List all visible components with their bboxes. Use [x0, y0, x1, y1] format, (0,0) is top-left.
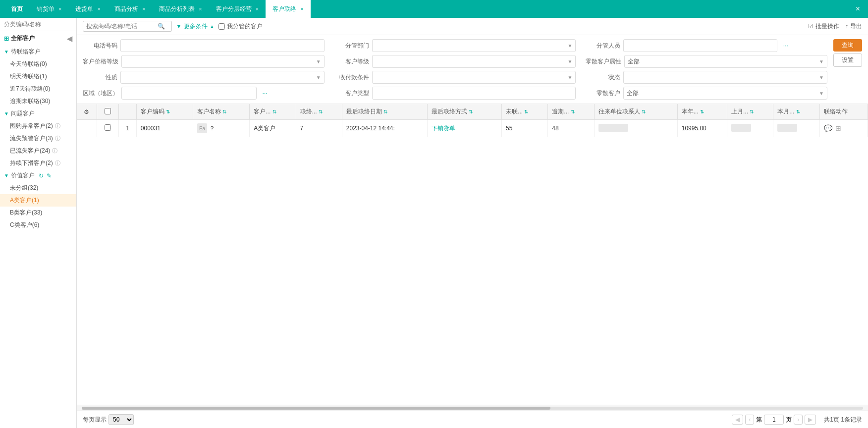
sidebar-collapse-icon[interactable]: ◀	[67, 35, 72, 43]
th-customer-type[interactable]: 客户... ⇅	[250, 104, 296, 120]
th-unit-contacts[interactable]: 往来单位联系人 ⇅	[594, 104, 677, 120]
settings-button[interactable]: 设置	[833, 54, 862, 67]
query-button[interactable]: 查询	[833, 39, 862, 52]
th-no-contact[interactable]: 未联... ⇅	[502, 104, 548, 120]
row-check[interactable]	[105, 124, 111, 131]
sidebar-item-class-c[interactable]: C类客户(6)	[0, 219, 76, 231]
filter-status-select[interactable]: ▼	[623, 71, 827, 84]
refresh-value-icon[interactable]: ↻	[39, 172, 44, 179]
row-last-contact-method[interactable]: 下销货单	[427, 120, 501, 137]
sort-code-icon[interactable]: ⇅	[166, 109, 170, 114]
next-page-button[interactable]: ›	[794, 415, 803, 425]
nav-customer-tier[interactable]: 客户分层经营 ×	[209, 0, 266, 18]
more-action-icon[interactable]: ⊞	[835, 124, 841, 132]
th-last-month[interactable]: 上月... ⇅	[727, 104, 773, 120]
sidebar-item-class-a[interactable]: A类客户(1)	[0, 194, 76, 207]
nav-purchase[interactable]: 进货单 ×	[68, 0, 107, 18]
sort-unit-icon[interactable]: ⇅	[642, 109, 646, 114]
sidebar-item-hoarding[interactable]: 囤购异常客户(2) ⓘ	[0, 120, 76, 132]
th-customer-code[interactable]: 客户编码 ⇅	[136, 104, 193, 120]
sort-date-icon[interactable]: ⇅	[383, 109, 387, 114]
sidebar-item-declining[interactable]: 持续下滑客户(2) ⓘ	[0, 157, 76, 169]
sidebar-item-lost[interactable]: 已流失客户(24) ⓘ	[0, 145, 76, 157]
my-customers-checkbox[interactable]: 我分管的客户	[218, 22, 263, 31]
my-customers-check[interactable]	[218, 23, 225, 30]
th-overdue[interactable]: 逾期... ⇅	[548, 104, 594, 120]
sort-last-month-icon[interactable]: ⇅	[750, 109, 754, 114]
table-gear-icon[interactable]: ⚙	[84, 108, 89, 115]
th-this-month[interactable]: 本月... ⇅	[773, 104, 819, 120]
filter-dept-select[interactable]: ▼	[372, 39, 576, 52]
filter-payment-select[interactable]: ▼	[372, 71, 576, 84]
sort-year-icon[interactable]: ⇅	[700, 109, 704, 114]
close-sales-icon[interactable]: ×	[58, 6, 61, 12]
row-checkbox[interactable]	[97, 120, 119, 137]
th-this-year[interactable]: 本年... ⇅	[677, 104, 727, 120]
sidebar-item-today-pending[interactable]: 今天待联络(0)	[0, 58, 76, 70]
th-last-contact-method[interactable]: 最后联络方式 ⇅	[427, 104, 501, 120]
sidebar-search-input[interactable]	[4, 21, 77, 28]
edit-value-icon[interactable]: ✎	[47, 172, 52, 179]
scrollbar-track[interactable]	[82, 407, 863, 410]
sort-this-month-icon[interactable]: ⇅	[796, 109, 800, 114]
filter-nature-select[interactable]: ▼	[120, 71, 325, 84]
filter-price-select[interactable]: ▼	[121, 55, 325, 68]
sidebar-item-overdue-contact[interactable]: 逾期未联络(30)	[0, 95, 76, 107]
nav-customer-contact[interactable]: 客户联络 ×	[266, 0, 310, 18]
search-icon[interactable]: 🔍	[158, 23, 165, 30]
person-more-icon[interactable]: ···	[780, 42, 791, 49]
th-last-contact-date[interactable]: 最后联络日期 ⇅	[342, 104, 427, 120]
page-input[interactable]	[764, 415, 784, 425]
region-more-icon[interactable]: ···	[260, 90, 271, 97]
sort-contact-icon[interactable]: ⇅	[319, 109, 323, 114]
filter-region-input[interactable]	[121, 87, 257, 100]
last-page-button[interactable]: ▶	[805, 415, 816, 425]
close-purchase-icon[interactable]: ×	[97, 6, 100, 12]
th-contact[interactable]: 联络... ⇅	[296, 104, 342, 120]
sidebar-group-pending[interactable]: ▼ 待联络客户	[0, 46, 76, 58]
close-all-tabs-button[interactable]: ×	[852, 4, 864, 13]
sidebar-item-week-pending[interactable]: 近7天待联络(0)	[0, 83, 76, 95]
search-input[interactable]	[86, 23, 156, 30]
th-checkbox[interactable]	[97, 104, 119, 120]
nav-goods-list[interactable]: 商品分析列表 ×	[152, 0, 209, 18]
sidebar-item-churn-warning[interactable]: 流失预警客户(3) ⓘ	[0, 132, 76, 145]
close-customer-tier-icon[interactable]: ×	[256, 6, 259, 12]
all-customers-header[interactable]: ⊞ 全部客户 ◀	[0, 31, 76, 46]
filter-retail-select[interactable]: 全部 ▼	[623, 87, 827, 100]
sort-type-icon[interactable]: ⇅	[272, 109, 276, 114]
close-goods-analysis-icon[interactable]: ×	[142, 6, 145, 12]
more-filter-button[interactable]: ▼ 更多条件 ▲	[176, 22, 215, 31]
th-customer-name[interactable]: 客户名称 ⇅	[193, 104, 250, 120]
sort-no-contact-icon[interactable]: ⇅	[524, 109, 528, 114]
export-button[interactable]: ↑ 导出	[845, 22, 862, 31]
batch-op-button[interactable]: ☑ 批量操作	[808, 22, 839, 31]
horizontal-scrollbar[interactable]	[77, 405, 868, 411]
sort-overdue-icon[interactable]: ⇅	[571, 109, 575, 114]
filter-level-select[interactable]: ▼	[372, 55, 576, 68]
chat-icon[interactable]: 💬	[824, 124, 832, 132]
sidebar-item-unclassified[interactable]: 未分组(32)	[0, 182, 76, 194]
sidebar-group-problem[interactable]: ▼ 问题客户	[0, 107, 76, 120]
nav-goods-analysis[interactable]: 商品分析 ×	[108, 0, 152, 18]
scrollbar-thumb[interactable]	[82, 407, 550, 410]
sort-name-icon[interactable]: ⇅	[222, 109, 226, 114]
nav-sales[interactable]: 销货单 ×	[30, 0, 68, 18]
sidebar-item-tomorrow-pending[interactable]: 明天待联络(1)	[0, 70, 76, 83]
filter-retail-attr-select[interactable]: 全部 ▼	[624, 55, 827, 68]
sort-method-icon[interactable]: ⇅	[469, 109, 473, 114]
select-all-checkbox[interactable]	[105, 108, 111, 114]
sidebar-item-class-b[interactable]: B类客户(33)	[0, 207, 76, 219]
prev-page-button[interactable]: ‹	[745, 415, 754, 425]
per-page-select[interactable]: 50 100 200	[108, 414, 134, 425]
nav-home[interactable]: 首页	[4, 0, 30, 18]
filter-customer-type-input[interactable]	[372, 87, 576, 100]
close-customer-contact-icon[interactable]: ×	[300, 6, 303, 12]
filter-phone-input[interactable]	[120, 39, 325, 52]
close-goods-list-icon[interactable]: ×	[199, 6, 202, 12]
filter-person-input[interactable]	[623, 39, 777, 52]
th-settings[interactable]: ⚙	[77, 104, 97, 120]
sidebar-group-value[interactable]: ▼ 价值客户 ↻ ✎	[0, 169, 76, 182]
contact-method-link[interactable]: 下销货单	[432, 125, 455, 132]
first-page-button[interactable]: ◀	[732, 415, 743, 425]
